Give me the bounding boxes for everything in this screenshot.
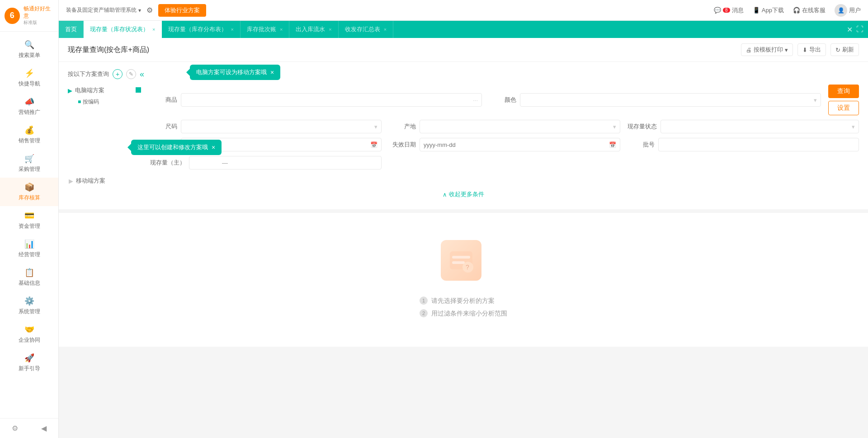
batch-input[interactable]	[662, 141, 855, 148]
expiry-date-input[interactable]	[424, 141, 607, 148]
filter-edit-btn[interactable]: ✎	[126, 69, 136, 79]
tab-inventory-dist-label: 现存量（库存分布表）	[168, 25, 227, 33]
action-buttons: 查询 设置	[828, 85, 859, 115]
print-icon: 🖨	[746, 47, 752, 53]
sidebar-item-inventory[interactable]: 📦 库存核算	[0, 178, 58, 206]
tab-close-all-btn[interactable]: ✕	[847, 25, 853, 34]
scheme-list: ▶ 电脑端方案 ■ 按编码 这里可以创建和修改方案哦 ×	[68, 85, 859, 170]
export-btn[interactable]: ⬇ 导出	[797, 43, 826, 56]
sidebar-item-label: 营销推广	[19, 108, 40, 116]
calendar2-icon[interactable]: 📅	[609, 141, 616, 148]
search-button[interactable]: 查询	[828, 85, 859, 98]
system-name: 装备及固定资产辅助管理系统	[66, 6, 137, 14]
reset-button[interactable]: 设置	[828, 101, 859, 115]
stock-min-input[interactable]	[193, 160, 220, 166]
header-left: 装备及固定资产辅助管理系统 ▾ ⚙ 体验行业方案	[66, 4, 206, 17]
tabs-right-controls: ✕ ⛶	[847, 25, 868, 34]
tooltip2-close-btn[interactable]: ×	[212, 144, 215, 151]
empty-state: ? 1 请先选择要分析的方案 2 用过滤条件来缩小分析范围	[59, 213, 868, 347]
page-actions: 🖨 按模板打印 ▾ ⬇ 导出 ↻ 刷新	[741, 43, 859, 56]
svg-rect-2	[452, 261, 465, 264]
mobile-scheme-row: ▶ 移动端方案	[68, 175, 859, 187]
tab-home[interactable]: 首页	[59, 21, 84, 38]
sidebar-item-finance[interactable]: 💳 资金管理	[0, 206, 58, 235]
sidebar-item-search[interactable]: 🔍 搜索菜单	[0, 35, 58, 64]
sidebar-item-quicknav[interactable]: ⚡ 快捷导航	[0, 64, 58, 92]
tab-fullscreen-btn[interactable]: ⛶	[856, 25, 863, 33]
notification-badge: 8	[723, 8, 730, 13]
tab-close-icon[interactable]: ×	[384, 27, 387, 32]
tab-close-icon[interactable]: ×	[280, 27, 283, 32]
tooltip-scheme-hint: 电脑方案可设为移动方案哦 ×	[190, 65, 280, 80]
app-download-label: App下载	[762, 6, 784, 14]
system-selector[interactable]: 装备及固定资产辅助管理系统 ▾	[66, 6, 141, 14]
system-dropdown-icon: ▾	[138, 7, 141, 14]
filter-cell-expiry-date: 失效日期 📅	[389, 138, 620, 151]
batch-input-wrapper[interactable]	[658, 138, 859, 151]
sidebar-item-operations[interactable]: 📊 经营管理	[0, 235, 58, 263]
tab-receive-summary[interactable]: 收发存汇总表 ×	[339, 21, 393, 38]
sub-scheme[interactable]: ■ 按编码	[68, 98, 127, 106]
filter-label: 按以下方案查询	[68, 70, 109, 78]
tab-close-icon[interactable]: ×	[152, 27, 155, 32]
sidebar-item-basic[interactable]: 📋 基础信息	[0, 263, 58, 292]
tab-close-icon[interactable]: ×	[231, 27, 233, 32]
filter-cell-color: 颜色 ▾	[489, 93, 821, 107]
online-support-item[interactable]: 🎧 在线客服	[793, 6, 826, 14]
collapse-row[interactable]: ∧ 收起更多条件	[68, 187, 859, 202]
color-select[interactable]: ▾	[520, 93, 821, 107]
sidebar-item-marketing[interactable]: 📣 营销推广	[0, 92, 58, 121]
page-title: 现存量查询(按仓库+商品)	[68, 45, 149, 55]
tooltip1-close-btn[interactable]: ×	[270, 69, 274, 76]
inventory-icon: 📦	[24, 182, 34, 192]
tab-close-icon[interactable]: ×	[329, 27, 331, 32]
notification-item[interactable]: 💬 8 消息	[714, 6, 744, 14]
calendar-icon[interactable]: 📅	[370, 141, 377, 148]
expiry-date-input-wrapper[interactable]: 📅	[420, 138, 620, 151]
app-download-item[interactable]: 📱 App下载	[753, 6, 784, 14]
tab-inventory-status[interactable]: 现存量（库存状况表） ×	[84, 21, 162, 38]
industry-btn[interactable]: 体验行业方案	[158, 4, 206, 17]
scheme-item-desktop[interactable]: ▶ 电脑端方案	[68, 85, 127, 96]
stock-range-wrapper[interactable]: —	[189, 156, 382, 170]
highlight-dot	[136, 87, 141, 93]
sidebar-item-enterprise[interactable]: 🤝 企业协同	[0, 320, 58, 349]
top-header: 装备及固定资产辅助管理系统 ▾ ⚙ 体验行业方案 💬 8 消息 📱 App下载 …	[59, 0, 868, 21]
empty-hint-2: 2 用过滤条件来缩小分析范围	[420, 307, 507, 320]
product-select[interactable]: ···	[181, 93, 482, 107]
size-select[interactable]: ▾	[181, 120, 382, 133]
sidebar-item-guide[interactable]: 🚀 新手引导	[0, 349, 58, 377]
filter-add-btn[interactable]: +	[113, 69, 123, 79]
sidebar-footer: ⚙ ◀	[0, 418, 58, 438]
print-btn[interactable]: 🖨 按模板打印 ▾	[741, 43, 793, 56]
sidebar-item-system[interactable]: ⚙️ 系统管理	[0, 292, 58, 320]
print-dropdown-icon: ▾	[785, 47, 788, 53]
tab-inventory-dist[interactable]: 现存量（库存分布表） ×	[162, 21, 240, 38]
hint-num-1: 1	[420, 297, 428, 305]
stock-max-input[interactable]	[230, 160, 257, 166]
mobile-icon: 📱	[753, 7, 760, 14]
stock-dash: —	[222, 160, 228, 166]
refresh-btn[interactable]: ↻ 刷新	[830, 43, 859, 56]
tab-inout-flow[interactable]: 出入库流水 ×	[289, 21, 338, 38]
page-header: 现存量查询(按仓库+商品) 🖨 按模板打印 ▾ ⬇ 导出 ↻ 刷新	[59, 38, 868, 62]
user-item[interactable]: 👤 用户	[835, 4, 861, 17]
scheme-item-mobile[interactable]: ▶ 移动端方案	[68, 175, 859, 187]
export-icon: ⬇	[802, 47, 807, 53]
empty-illustration: ?	[441, 240, 481, 281]
origin-select[interactable]: ▾	[420, 120, 620, 133]
filter-cell-stock-status: 现存量状态 ▾	[627, 120, 859, 133]
sidebar-item-sales[interactable]: 💰 销售管理	[0, 121, 58, 149]
sidebar-item-purchase[interactable]: 🛒 采购管理	[0, 149, 58, 178]
stock-status-select[interactable]: ▾	[660, 120, 859, 133]
settings-gear-btn[interactable]: ⚙	[146, 6, 153, 14]
svg-rect-1	[452, 256, 470, 259]
tab-batch-account[interactable]: 库存批次账 ×	[241, 21, 289, 38]
collapse-btn[interactable]: ∧ 收起更多条件	[443, 190, 484, 198]
user-name: 用户	[849, 6, 861, 14]
filter-arrow-btn[interactable]: «	[140, 70, 144, 79]
sidebar-collapse-btn[interactable]: ◀	[41, 424, 47, 433]
color-dropdown-icon: ▾	[814, 97, 817, 104]
main-content: 现存量查询(按仓库+商品) 🖨 按模板打印 ▾ ⬇ 导出 ↻ 刷新 按以下方案查…	[59, 38, 868, 438]
sidebar-settings-btn[interactable]: ⚙	[12, 424, 18, 433]
